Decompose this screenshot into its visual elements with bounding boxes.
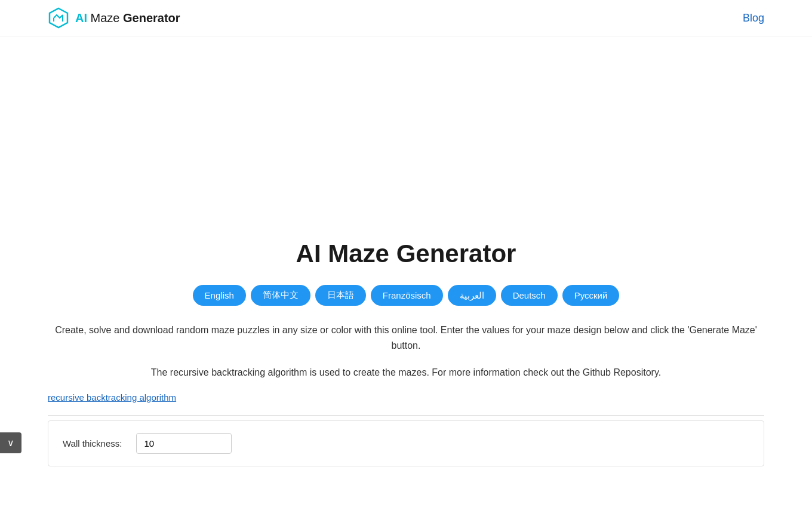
lang-button-french[interactable]: Französisch xyxy=(371,285,443,306)
settings-panel: Wall thickness: xyxy=(48,420,764,466)
content-section: AI Maze Generator English 简体中文 日本語 Franz… xyxy=(48,239,764,466)
ad-space xyxy=(48,36,764,239)
wall-thickness-label: Wall thickness: xyxy=(63,438,122,449)
lang-button-russian[interactable]: Русский xyxy=(562,285,620,306)
lang-button-arabic[interactable]: العربية xyxy=(448,285,496,306)
page-title: AI Maze Generator xyxy=(296,239,516,268)
blog-link[interactable]: Blog xyxy=(743,12,764,24)
main-nav: Blog xyxy=(743,12,764,24)
logo-icon xyxy=(48,7,69,29)
logo-text: AI Maze Generator xyxy=(75,11,180,25)
header: AI Maze Generator Blog xyxy=(0,0,812,36)
logo-link[interactable]: AI Maze Generator xyxy=(48,7,180,29)
lang-button-japanese[interactable]: 日本語 xyxy=(315,285,366,306)
lang-button-german[interactable]: Deutsch xyxy=(501,285,558,306)
collapse-button[interactable]: ∨ xyxy=(0,432,21,453)
main-content: AI Maze Generator English 简体中文 日本語 Franz… xyxy=(0,36,812,466)
lang-button-chinese[interactable]: 简体中文 xyxy=(251,285,310,306)
main-description: Create, solve and download random maze p… xyxy=(48,322,764,353)
section-divider xyxy=(48,415,764,416)
algo-link[interactable]: recursive backtracking algorithm xyxy=(48,392,176,403)
language-buttons: English 简体中文 日本語 Französisch العربية Deu… xyxy=(193,285,620,306)
lang-button-english[interactable]: English xyxy=(193,285,246,306)
wall-thickness-input[interactable] xyxy=(136,433,232,454)
algo-text: The recursive backtracking algorithm is … xyxy=(151,365,661,380)
svg-marker-0 xyxy=(50,8,67,27)
link-row: recursive backtracking algorithm xyxy=(48,392,764,403)
